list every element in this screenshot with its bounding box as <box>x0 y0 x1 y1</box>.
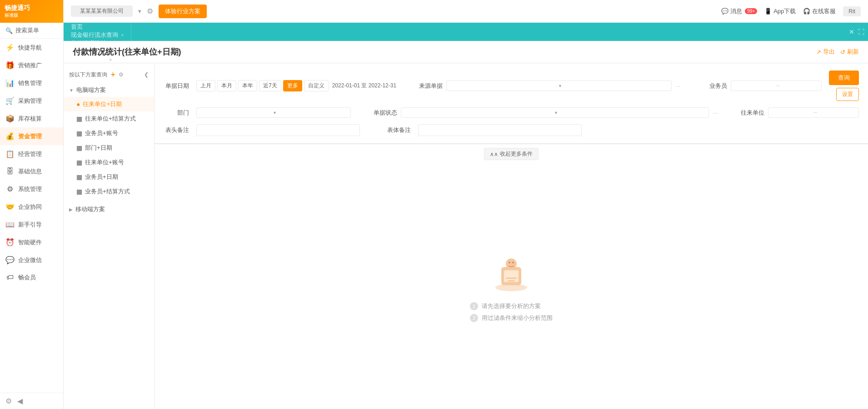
maximize-window-btn[interactable]: ⛶ <box>858 28 864 35</box>
body-note-input[interactable] <box>418 124 582 136</box>
panel-header-label: 按以下方案查询 <box>69 71 107 79</box>
scheme-item-label-salesman-settle: 业务员+结算方式 <box>85 187 130 196</box>
scheme-item-label-salesman-account: 业务员+账号 <box>85 129 118 137</box>
collapse-more-btn[interactable]: ∧∧ 收起更多条件 <box>484 148 539 160</box>
dept-select[interactable]: ▾ <box>196 107 351 118</box>
topbar: 某某某某有限公司 ▾ ⚙ 体验行业方案 💬 消息 99+ 📱 App下载 🎧 在… <box>64 0 868 23</box>
salesman-select[interactable]: ··· <box>731 81 822 91</box>
left-panel: 按以下方案查询 + ⚙ ❮ ▼电脑端方案●往来单位+日期▦往来单位+结算方式▦业… <box>64 63 155 409</box>
sidebar-item-quick-nav[interactable]: ⚡快捷导航 <box>0 39 63 56</box>
voucher-status-arrow-icon: ▾ <box>555 110 704 115</box>
scheme-item-salesman-date[interactable]: ▦业务员+日期 <box>64 170 154 184</box>
date-btn-this-year[interactable]: 本年 <box>238 80 257 91</box>
scheme-group-title-mobile[interactable]: ▶移动端方案 <box>64 202 154 216</box>
scheme-item-salesman-settle[interactable]: ▦业务员+结算方式 <box>64 184 154 199</box>
scheme-setting-btn[interactable]: ⚙ <box>119 71 124 78</box>
voucher-status-select[interactable]: ▾ <box>401 107 709 118</box>
sidebar-label-quick-nav: 快捷导航 <box>18 44 42 52</box>
left-panel-collapse-btn[interactable]: ❮ <box>144 71 149 78</box>
scheme-item-partner-account[interactable]: ▦往来单位+账号 <box>64 155 154 170</box>
search-menu[interactable]: 🔍 搜索菜单 <box>0 23 63 39</box>
user-profile-btn[interactable]: Rit <box>843 6 861 16</box>
filter-settings-btn[interactable]: 设置 <box>836 88 859 101</box>
scheme-item-icon-salesman-settle: ▦ <box>76 188 82 195</box>
scheme-group-title-desktop[interactable]: ▼电脑端方案 <box>64 83 154 97</box>
date-btn-custom[interactable]: 自定义 <box>304 80 329 91</box>
sidebar-item-basic[interactable]: 🗄基础信息 <box>0 163 63 180</box>
sidebar: 畅捷通巧 标准版 🔍 搜索菜单 ⚡快捷导航🎁营销推广📊销售管理🛒采购管理📦库存核… <box>0 0 64 409</box>
tab-close-payment-stats[interactable]: × <box>109 57 112 62</box>
tab-close-bank-flow[interactable]: × <box>121 32 124 38</box>
source-dots[interactable]: ··· <box>675 82 681 90</box>
query-group: 查询 设置 <box>829 71 859 101</box>
empty-tips: 1 请先选择要分析的方案 2 用过滤条件来缩小分析范围 <box>470 302 553 322</box>
close-window-btn[interactable]: ✕ <box>849 28 854 35</box>
group-arrow-mobile: ▶ <box>69 207 73 212</box>
collapse-icon[interactable]: ◀ <box>17 397 23 405</box>
scheme-item-dept-date[interactable]: ▦部门+日期 <box>64 141 154 155</box>
sidebar-item-system[interactable]: ⚙系统管理 <box>0 180 63 198</box>
topbar-profile[interactable]: 某某某某有限公司 <box>71 5 133 17</box>
scheme-item-partner-date[interactable]: ●往来单位+日期 <box>64 97 154 111</box>
sidebar-icon-hardware: ⏰ <box>5 238 15 247</box>
source-select[interactable]: ▾ <box>446 81 672 91</box>
date-btn-more[interactable]: 更多 <box>283 80 302 91</box>
date-buttons: 上月 本月 本年 近7天 更多 自定义 2022-01-01 至 2022-12… <box>196 80 396 91</box>
scheme-item-partner-settle[interactable]: ▦往来单位+结算方式 <box>64 111 154 126</box>
page-actions: ↗ 导出 ↺ 刷新 <box>816 48 859 56</box>
empty-state: 1 请先选择要分析的方案 2 用过滤条件来缩小分析范围 <box>155 164 868 409</box>
voucher-status-dots[interactable]: ··· <box>713 109 718 116</box>
tab-label-home: 首页 <box>71 23 83 31</box>
date-btn-last-month[interactable]: 上月 <box>196 80 215 91</box>
date-btn-7days[interactable]: 近7天 <box>259 80 281 91</box>
filter-area: 单据日期 上月 本月 本年 近7天 更多 自定义 2022-01-01 至 20… <box>155 63 868 144</box>
dept-arrow-icon: ▾ <box>274 110 346 115</box>
sidebar-item-purchase[interactable]: 🛒采购管理 <box>0 92 63 110</box>
sidebar-item-business[interactable]: 📋经营管理 <box>0 145 63 163</box>
svg-point-4 <box>509 262 510 263</box>
sidebar-item-marketing[interactable]: 🎁营销推广 <box>0 56 63 74</box>
sidebar-item-inventory[interactable]: 📦库存核算 <box>0 110 63 127</box>
window-btns: ✕ ⛶ <box>845 23 868 41</box>
sidebar-icon-member: 🏷 <box>5 273 15 282</box>
export-btn[interactable]: ↗ 导出 <box>816 48 835 56</box>
partner-dots[interactable]: ··· <box>813 110 854 115</box>
topbar-dropdown-arrow[interactable]: ▾ <box>138 8 141 15</box>
sidebar-item-member[interactable]: 🏷畅会员 <box>0 269 63 286</box>
query-btn[interactable]: 查询 <box>829 71 859 85</box>
sidebar-item-hardware[interactable]: ⏰智能硬件 <box>0 233 63 251</box>
sidebar-icon-business: 📋 <box>5 150 15 158</box>
app-download-btn[interactable]: 📱 App下载 <box>764 7 796 15</box>
partner-select[interactable]: ··· <box>768 107 859 118</box>
panel-header: 按以下方案查询 + ⚙ ❮ <box>64 68 154 81</box>
tab-close-new-scheme[interactable]: × <box>97 49 100 54</box>
sidebar-label-hardware: 智能硬件 <box>18 238 42 247</box>
date-btn-this-month[interactable]: 本月 <box>217 80 236 91</box>
tabs: 首页现金银行流水查询×收款情况统计×新建方案×付款情况统计× <box>64 23 131 41</box>
refresh-btn[interactable]: ↺ 刷新 <box>840 48 859 56</box>
content-area: 按以下方案查询 + ⚙ ❮ ▼电脑端方案●往来单位+日期▦往来单位+结算方式▦业… <box>64 63 868 409</box>
scheme-item-salesman-account[interactable]: ▦业务员+账号 <box>64 126 154 141</box>
message-btn[interactable]: 💬 消息 99+ <box>721 7 757 15</box>
topbar-actions: 💬 消息 99+ 📱 App下载 🎧 在线客服 Rit <box>721 6 861 16</box>
scheme-item-label-partner-date: 往来单位+日期 <box>83 100 122 108</box>
sidebar-label-sales: 销售管理 <box>18 79 42 87</box>
sidebar-item-wechat[interactable]: 💬企业微信 <box>0 251 63 269</box>
tab-close-receipt-stats[interactable]: × <box>109 40 112 46</box>
trial-button[interactable]: 体验行业方案 <box>159 5 207 18</box>
sidebar-item-enterprise[interactable]: 🤝企业协同 <box>0 198 63 216</box>
add-scheme-btn[interactable]: + <box>111 71 115 79</box>
sidebar-item-sales[interactable]: 📊销售管理 <box>0 74 63 92</box>
tab-bank-flow[interactable]: 现金银行流水查询× <box>64 31 131 39</box>
empty-illustration <box>489 251 534 297</box>
message-badge: 99+ <box>745 8 757 14</box>
settings-icon[interactable]: ⚙ <box>5 397 12 405</box>
tab-home[interactable]: 首页 <box>64 23 131 31</box>
header-note-input[interactable] <box>196 124 360 136</box>
sidebar-label-member: 畅会员 <box>18 273 36 282</box>
sidebar-item-guide[interactable]: 📖新手引导 <box>0 216 63 233</box>
sidebar-icon-guide: 📖 <box>5 220 15 229</box>
topbar-gear-icon[interactable]: ⚙ <box>147 7 153 15</box>
sidebar-item-finance[interactable]: 💰资金管理 <box>0 127 63 145</box>
online-service-btn[interactable]: 🎧 在线客服 <box>803 7 836 15</box>
